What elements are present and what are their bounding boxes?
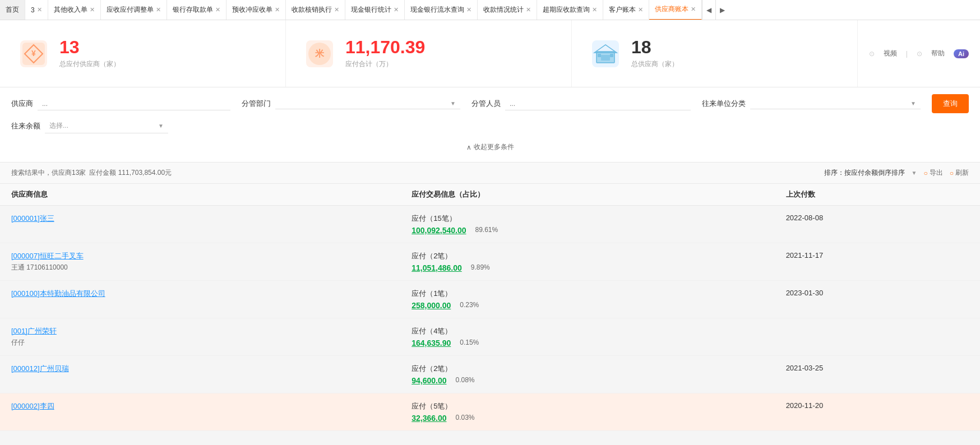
- nav-tab-receipt-stat[interactable]: 收款情况统计 ✕: [478, 0, 537, 20]
- close-icon[interactable]: ✕: [275, 6, 280, 13]
- supplier-link[interactable]: [000002]李四: [11, 402, 54, 410]
- supplier-cell: [000007]恒旺二手叉车王通 17106110000: [0, 243, 400, 281]
- category-filter-select[interactable]: ▼: [750, 98, 921, 109]
- last-pay-cell: 2021-03-25: [775, 356, 980, 393]
- refresh-label: 刷新: [955, 168, 969, 178]
- payable-amount[interactable]: 164,635.90: [412, 339, 451, 347]
- payable-percent: 0.03%: [455, 414, 474, 421]
- close-icon[interactable]: ✕: [37, 6, 42, 13]
- result-text: 搜索结果中，供应商13家: [11, 168, 86, 178]
- payable-percent: 89.61%: [475, 226, 498, 234]
- nav-next-arrow[interactable]: ▶: [715, 0, 729, 20]
- query-button[interactable]: 查询: [932, 94, 969, 113]
- table-row: [000100]本特勤油品有限公司应付（1笔）258,000.000.23%20…: [0, 281, 980, 318]
- payable-cell: 应付（2笔）94,600.000.08%: [400, 356, 774, 393]
- supplier-link[interactable]: [000001]张三: [11, 214, 54, 222]
- payable-percent: 9.89%: [471, 263, 490, 271]
- department-filter-label: 分管部门: [242, 99, 271, 109]
- filter-item-department: 分管部门 ▼: [242, 98, 461, 109]
- close-icon[interactable]: ✕: [466, 6, 471, 13]
- supplier-link[interactable]: [001]广州荣轩: [11, 327, 57, 335]
- payable-count: 应付（2笔）: [412, 364, 763, 374]
- filter-item-supplier: 供应商: [11, 98, 230, 110]
- supplier-link[interactable]: [000007]恒旺二手叉车: [11, 252, 84, 260]
- payable-cell: 应付（5笔）32,366.000.03%: [400, 393, 774, 431]
- table-row: [000001]张三应付（15笔）100,092,540.0089.61%202…: [0, 206, 980, 243]
- close-icon[interactable]: ✕: [592, 6, 597, 13]
- supplier-sub-info: 王通 17106110000: [11, 263, 389, 272]
- close-icon[interactable]: ✕: [156, 6, 161, 13]
- nav-tab-bank-deposit[interactable]: 银行存取款单 ✕: [167, 0, 226, 20]
- nav-tab-payment-execute[interactable]: 收款核销执行 ✕: [286, 0, 345, 20]
- video-link[interactable]: 视频: [884, 49, 897, 58]
- balance-select-value: 选择...: [49, 121, 68, 131]
- balance-filter-select[interactable]: 选择... ▼: [45, 119, 168, 133]
- payable-cell: 应付（4笔）164,635.900.15%: [400, 318, 774, 356]
- nav-tab-home-label: 首页: [6, 5, 19, 15]
- payable-count: 应付（5笔）: [412, 401, 763, 411]
- nav-prev-arrow[interactable]: ◀: [702, 0, 715, 20]
- nav-tab-customer-ledger[interactable]: 客户账本 ✕: [603, 0, 649, 20]
- ap-suppliers-content: 13 总应付供应商（家）: [59, 38, 120, 69]
- collapse-bar[interactable]: ∧ 收起更多条件: [11, 139, 969, 155]
- table-row: [000012]广州贝瑞应付（2笔）94,600.000.08%2021-03-…: [0, 356, 980, 393]
- supplier-link[interactable]: [000012]广州贝瑞: [11, 364, 69, 373]
- nav-tab-supplier-ledger-label: 供应商账本: [655, 4, 688, 14]
- nav-tab-cash-flow-query[interactable]: 现金银行流水查询 ✕: [405, 0, 478, 20]
- payable-amount[interactable]: 100,092,540.00: [412, 226, 466, 235]
- department-filter-select[interactable]: ▼: [275, 98, 461, 109]
- nav-tab-3-label: 3: [31, 6, 35, 14]
- supplier-filter-input[interactable]: [38, 98, 230, 110]
- close-icon[interactable]: ✕: [394, 6, 399, 13]
- person-filter-input[interactable]: [505, 98, 691, 110]
- supplier-link[interactable]: [000100]本特勤油品有限公司: [11, 289, 105, 298]
- payable-amount[interactable]: 258,000.00: [412, 301, 451, 310]
- amount-text: 应付金额 111,703,854.00元: [89, 168, 172, 178]
- nav-tab-prepay-charge[interactable]: 预收冲应收单 ✕: [226, 0, 286, 20]
- help-link[interactable]: 帮助: [931, 49, 945, 58]
- payable-amount[interactable]: 11,051,486.00: [412, 263, 462, 272]
- supplier-cell: [000002]李四: [0, 393, 400, 431]
- close-icon[interactable]: ✕: [526, 6, 531, 13]
- filter-row-1: 供应商 分管部门 ▼ 分管人员 往来单位分类 ▼ 查询: [11, 94, 969, 113]
- filter-row-2: 往来余额 选择... ▼: [11, 119, 969, 133]
- ap-total-number: 11,170.39: [345, 38, 425, 56]
- filter-item-balance: 往来余额 选择... ▼: [11, 119, 168, 133]
- close-icon[interactable]: ✕: [90, 6, 95, 13]
- svg-text:¥: ¥: [31, 49, 36, 58]
- nav-tab-other-income[interactable]: 其他收入单 ✕: [48, 0, 101, 20]
- nav-tab-home[interactable]: 首页: [0, 0, 25, 20]
- close-icon[interactable]: ✕: [215, 6, 220, 13]
- ai-badge[interactable]: Ai: [954, 49, 969, 58]
- nav-tab-prepay-charge-label: 预收冲应收单: [232, 5, 272, 15]
- nav-tab-cash-bank-stat[interactable]: 现金银行统计 ✕: [345, 0, 405, 20]
- ap-total-icon: 米: [303, 37, 336, 71]
- nav-tab-supplier-ledger[interactable]: 供应商账本 ✕: [649, 0, 702, 20]
- close-icon[interactable]: ✕: [638, 6, 643, 13]
- nav-tab-ar-ap-adjust[interactable]: 应收应付调整单 ✕: [101, 0, 167, 20]
- svg-rect-10: [601, 55, 610, 61]
- sort-label[interactable]: 排序：按应付余额倒序排序: [824, 168, 905, 178]
- supplier-sub-info: 仔仔: [11, 338, 389, 347]
- payable-amount[interactable]: 94,600.00: [412, 376, 446, 385]
- ap-suppliers-label: 总应付供应商（家）: [59, 59, 120, 69]
- nav-tab-3[interactable]: 3 ✕: [25, 0, 48, 20]
- col-header-supplier: 供应商信息: [0, 184, 400, 206]
- payable-cell: 应付（15笔）100,092,540.0089.61%: [400, 206, 774, 243]
- refresh-button[interactable]: ○ 刷新: [950, 168, 969, 178]
- payable-amount[interactable]: 32,366.00: [412, 414, 446, 423]
- supplier-filter-label: 供应商: [11, 99, 33, 109]
- ap-total-content: 11,170.39 应付合计（万）: [345, 38, 425, 69]
- nav-tab-overdue-query[interactable]: 超期应收款查询 ✕: [537, 0, 603, 20]
- balance-filter-label: 往来余额: [11, 121, 40, 131]
- top-right-actions: ⊙ 视频 | ⊙ 帮助 Ai: [858, 20, 980, 87]
- nav-tab-receipt-stat-label: 收款情况统计: [483, 5, 524, 15]
- summary-card-ap-total: 米 11,170.39 应付合计（万）: [286, 20, 572, 87]
- balance-chevron-icon: ▼: [158, 123, 164, 129]
- last-pay-cell: 2020-11-20: [775, 393, 980, 431]
- sort-chevron-icon[interactable]: ▼: [912, 170, 917, 176]
- close-icon[interactable]: ✕: [691, 6, 696, 13]
- close-icon[interactable]: ✕: [334, 6, 339, 13]
- refresh-circle-icon: ○: [950, 169, 954, 177]
- export-button[interactable]: ○ 导出: [924, 168, 943, 178]
